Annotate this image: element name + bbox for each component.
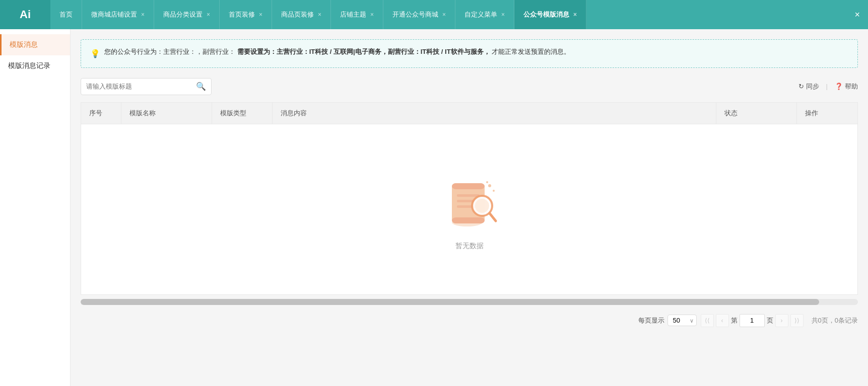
nav-tab-custom-menu[interactable]: 自定义菜单× xyxy=(455,0,514,29)
nav-tab-micro-shop[interactable]: 微商城店铺设置× xyxy=(82,0,154,29)
tab-close-micro-shop[interactable]: × xyxy=(141,11,145,18)
top-nav: Ai 首页微商城店铺设置×商品分类设置×首页装修×商品页装修×店铺主题×开通公众… xyxy=(0,0,868,29)
alert-highlight: 需要设置为：主营行业：IT科技 / 互联网|电子商务，副营行业：IT科技 / I… xyxy=(237,48,490,55)
svg-point-8 xyxy=(475,199,489,213)
content-area: 💡 您的公众号行业为：主营行业：，副营行业： 需要设置为：主营行业：IT科技 /… xyxy=(71,29,868,386)
nav-tab-template-msg[interactable]: 公众号模版消息× xyxy=(514,0,586,29)
nav-tab-product-decor[interactable]: 商品页装修× xyxy=(272,0,331,29)
table-wrap: 序号 模版名称 模版类型 消息内容 状态 操作 xyxy=(81,102,858,295)
tab-close-open-mall[interactable]: × xyxy=(442,11,446,18)
empty-state: 暂无数据 xyxy=(439,148,500,271)
alert-box: 💡 您的公众号行业为：主营行业：，副营行业： 需要设置为：主营行业：IT科技 /… xyxy=(81,39,858,68)
tab-close-product-cat[interactable]: × xyxy=(207,11,210,18)
help-button[interactable]: ❓ 帮助 xyxy=(835,82,858,91)
tab-close-product-decor[interactable]: × xyxy=(318,11,321,18)
tab-close-home-decor[interactable]: × xyxy=(259,11,262,18)
alert-text: 您的公众号行业为：主营行业：，副营行业： 需要设置为：主营行业：IT科技 / 互… xyxy=(104,47,570,57)
alert-icon: 💡 xyxy=(90,47,100,60)
th-index: 序号 xyxy=(81,103,121,124)
help-label: 帮助 xyxy=(845,82,858,91)
per-page-select[interactable]: 102050100 xyxy=(667,315,697,326)
nav-tab-home-decor[interactable]: 首页装修× xyxy=(220,0,272,29)
sync-icon: ↻ xyxy=(798,83,804,90)
th-status: 状态 xyxy=(716,103,797,124)
search-bar: 🔍 ↻ 同步 | ❓ 帮助 xyxy=(81,78,858,95)
next-page-button[interactable]: › xyxy=(775,314,788,327)
page-controls: ⟨⟨ ‹ 第 页 › ⟩⟩ xyxy=(701,314,804,327)
prev-page-button[interactable]: ‹ xyxy=(716,314,729,327)
th-action: 操作 xyxy=(797,103,857,124)
search-right: ↻ 同步 | ❓ 帮助 xyxy=(798,82,858,91)
svg-rect-4 xyxy=(457,194,480,197)
last-page-button[interactable]: ⟩⟩ xyxy=(790,314,804,327)
sidebar-item-template-record[interactable]: 模版消息记录 xyxy=(0,55,70,76)
page-suffix: 页 xyxy=(767,316,773,325)
svg-rect-3 xyxy=(452,217,485,223)
logo: Ai xyxy=(0,0,50,29)
th-content: 消息内容 xyxy=(273,103,716,124)
close-all-button[interactable]: × xyxy=(846,0,868,29)
alert-suffix: 才能正常发送预置的消息。 xyxy=(492,48,570,55)
nav-tab-home[interactable]: 首页 xyxy=(50,0,82,29)
search-button[interactable]: 🔍 xyxy=(196,82,206,91)
svg-point-11 xyxy=(493,190,495,192)
table-header: 序号 模版名称 模版类型 消息内容 状态 操作 xyxy=(81,102,858,124)
nav-tab-open-mall[interactable]: 开通公众号商城× xyxy=(383,0,455,29)
page-summary: 共0页，0条记录 xyxy=(812,316,858,325)
page-prefix: 第 xyxy=(731,316,738,325)
horizontal-scrollbar[interactable] xyxy=(81,299,858,305)
table-body: 暂无数据 xyxy=(81,124,858,295)
empty-icon xyxy=(439,168,500,234)
th-name: 模版名称 xyxy=(121,103,212,124)
svg-point-10 xyxy=(488,184,491,187)
sync-label: 同步 xyxy=(806,82,819,91)
divider: | xyxy=(826,83,828,90)
tab-close-custom-menu[interactable]: × xyxy=(501,11,505,18)
nav-tab-product-cat[interactable]: 商品分类设置× xyxy=(154,0,220,29)
alert-prefix: 您的公众号行业为：主营行业：，副营行业： xyxy=(104,48,235,55)
tab-close-shop-theme[interactable]: × xyxy=(370,11,374,18)
sync-button[interactable]: ↻ 同步 xyxy=(798,82,819,91)
help-icon: ❓ xyxy=(835,83,843,90)
svg-point-12 xyxy=(486,181,488,183)
search-input[interactable] xyxy=(86,83,196,90)
empty-text: 暂无数据 xyxy=(455,242,484,251)
main-layout: 模版消息模版消息记录 💡 您的公众号行业为：主营行业：，副营行业： 需要设置为：… xyxy=(0,29,868,386)
svg-rect-2 xyxy=(452,183,485,189)
tab-close-template-msg[interactable]: × xyxy=(573,11,577,18)
logo-text: Ai xyxy=(20,8,31,21)
svg-line-9 xyxy=(490,213,496,221)
per-page-select-wrap[interactable]: 102050100 xyxy=(667,315,697,326)
th-type: 模版类型 xyxy=(212,103,273,124)
first-page-button[interactable]: ⟨⟨ xyxy=(701,314,714,327)
pagination: 每页显示 102050100 ⟨⟨ ‹ 第 页 › ⟩⟩ 共0页，0条记录 xyxy=(81,309,858,327)
sidebar: 模版消息模版消息记录 xyxy=(0,29,71,386)
sidebar-item-template-msg[interactable]: 模版消息 xyxy=(0,34,70,55)
search-input-wrap[interactable]: 🔍 xyxy=(81,78,212,95)
page-number-input[interactable] xyxy=(740,314,765,327)
scroll-thumb xyxy=(81,299,819,305)
per-page-section: 每页显示 102050100 xyxy=(638,315,697,326)
nav-tab-shop-theme[interactable]: 店铺主题× xyxy=(331,0,383,29)
per-page-label: 每页显示 xyxy=(638,316,664,325)
nav-tabs: 首页微商城店铺设置×商品分类设置×首页装修×商品页装修×店铺主题×开通公众号商城… xyxy=(50,0,846,29)
